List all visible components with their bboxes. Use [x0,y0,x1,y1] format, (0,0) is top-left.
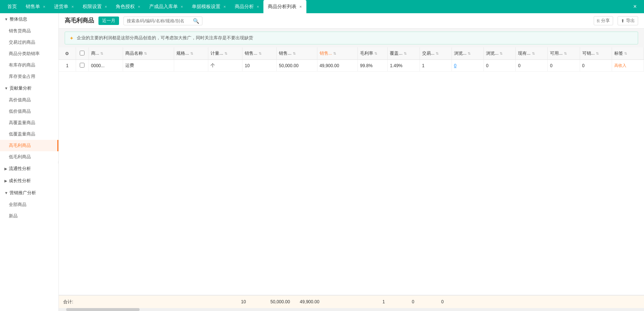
nav-product-analysis-list[interactable]: 商品分析列表 × [263,0,306,13]
sidebar-item-in-stock-goods[interactable]: 有库存的商品 [0,59,58,71]
page-title: 高毛利商品 [65,17,94,25]
sidebar-item-low-margin[interactable]: 低毛利商品 [0,151,58,163]
nav-permission-settings[interactable]: 权限设置 × [78,0,111,13]
chevron-right-icon: ▶ [4,179,7,183]
scrollbar-thumb[interactable] [66,308,140,311]
sidebar-item-high-value[interactable]: 高价值商品 [0,94,58,106]
col-tag[interactable]: 标签 ⇅ [612,47,644,60]
col-browse1[interactable]: 浏览... ⇅ [451,47,483,60]
footer-total-row: 合计: 10 50,000.00 49,900.00 1 0 0 [59,295,644,308]
footer-browse2: 0 [439,298,468,306]
chevron-down-icon: ▼ [4,17,8,21]
close-icon[interactable]: × [181,0,183,13]
footer-sales-cost: 49,900.00 [298,298,327,306]
close-icon[interactable]: × [299,0,302,13]
data-table-wrapper[interactable]: ⚙ 商... ⇅ 商品名称 ⇅ 规格... ⇅ 计量... ⇅ 销售... ⇅ … [59,47,644,295]
cell-available-stock: 0 [548,60,580,72]
chevron-down-icon: ▼ [4,86,8,90]
sidebar-item-traded-goods[interactable]: 交易过的商品 [0,37,58,48]
sidebar-item-new-goods[interactable]: 新品 [0,210,58,222]
table-row: 1 0000... 运费 个 10 50,000.00 49,900.00 99… [59,60,644,72]
close-icon[interactable]: × [223,0,226,13]
sidebar-group-marketing[interactable]: ▼ 营销推广分析 [0,187,58,199]
chevron-right-icon: ▶ [4,167,7,171]
cell-checkbox[interactable] [76,60,89,72]
share-button[interactable]: ⎘ 分享 [594,16,613,25]
row-checkbox[interactable] [80,63,84,68]
info-banner: ✦ 企业的主要的利润都是这部分商品创造的，可考虑加大推广，同时关注库存是不要出现… [65,32,638,44]
close-icon[interactable]: × [257,0,259,13]
cell-current-stock: 0 [516,60,548,72]
col-coverage[interactable]: 覆盖... ⇅ [388,47,420,60]
sidebar-item-category-rate[interactable]: 商品分类助销率 [0,48,58,59]
col-transactions[interactable]: 交易... ⇅ [420,47,451,60]
cell-tag: 高收入 [612,60,644,72]
nav-template-settings[interactable]: 单据模板设置 × [187,0,230,13]
col-sales-qty[interactable]: 销售... ⇅ [242,47,277,60]
export-button[interactable]: ⬆ 导出 [618,16,638,25]
export-icon: ⬆ [621,18,625,23]
cell-name: 运费 [123,60,174,72]
nav-sales-order[interactable]: 销售单 × [21,0,50,13]
sidebar-group-contribution[interactable]: ▼ 贡献量分析 [0,82,58,94]
footer-cells: 10 50,000.00 49,900.00 1 0 0 [81,298,644,306]
sidebar-group-growth[interactable]: ▶ 成长性分析 [0,175,58,187]
sidebar-group-liquidity[interactable]: ▶ 流通性分析 [0,163,58,175]
col-gross-rate[interactable]: 毛利率 ⇅ [358,47,388,60]
col-code[interactable]: 商... ⇅ [89,47,123,60]
select-all-checkbox[interactable] [80,51,84,55]
window-close-button[interactable]: × [629,3,641,10]
content-header: 高毛利商品 近一月 🔍 ⎘ 分享 ⬆ 导出 [59,13,644,29]
cell-browse1[interactable]: 0 [451,60,483,72]
col-current-stock[interactable]: 现有... ⇅ [516,47,548,60]
col-browse2[interactable]: 浏览... ⇅ [483,47,515,60]
nav-purchase-order[interactable]: 进货单 × [50,0,78,13]
nav-product-analysis[interactable]: 商品分析 × [230,0,263,13]
cell-coverage: 1.49% [388,60,420,72]
nav-home[interactable]: 首页 [3,0,21,13]
cell-sales-amount: 50,000.00 [277,60,317,72]
close-icon[interactable]: × [71,0,73,13]
footer-sales-qty: 10 [239,298,268,306]
close-icon[interactable]: × [43,0,45,13]
col-sales-cost[interactable]: 销售... ⇅ [317,47,357,60]
sidebar-group-overall-info[interactable]: ▼ 整体信息 [0,13,58,25]
col-unit[interactable]: 计量... ⇅ [208,47,242,60]
search-box[interactable]: 🔍 [123,17,202,25]
close-icon[interactable]: × [105,0,107,13]
share-icon: ⎘ [597,18,600,23]
content-area: 高毛利商品 近一月 🔍 ⎘ 分享 ⬆ 导出 ✦ 企业的主要的利润都是这部分商品创… [59,13,644,311]
col-name[interactable]: 商品名称 ⇅ [123,47,174,60]
col-spec[interactable]: 规格... ⇅ [174,47,208,60]
col-checkbox[interactable] [76,47,89,60]
sidebar-item-high-coverage[interactable]: 高覆盖量商品 [0,117,58,129]
cell-spec [174,60,208,72]
top-navigation: 首页 销售单 × 进货单 × 权限设置 × 角色授权 × 产成品入库单 × 单据… [0,0,644,13]
sidebar-item-all-goods[interactable]: 全部商品 [0,199,58,210]
cell-unit: 个 [208,60,242,72]
nav-role-auth[interactable]: 角色授权 × [111,0,144,13]
col-sales-amount[interactable]: 销售... ⇅ [277,47,317,60]
sidebar-item-sales-goods[interactable]: 销售货商品 [0,25,58,37]
sidebar-item-low-coverage[interactable]: 低覆盖量商品 [0,129,58,140]
col-available-stock[interactable]: 可用... ⇅ [548,47,580,60]
horizontal-scrollbar[interactable] [59,308,644,311]
search-icon[interactable]: 🔍 [193,18,199,24]
search-input[interactable] [127,18,193,23]
col-settings[interactable]: ⚙ [59,47,76,60]
nav-product-inbound[interactable]: 产成品入库单 × [145,0,187,13]
cell-sales-qty: 10 [242,60,277,72]
cell-sales-cost: 49,900.00 [317,60,357,72]
footer-transactions: 1 [380,298,410,306]
cell-transactions: 1 [420,60,451,72]
footer-sales-amount: 50,000.00 [268,298,298,306]
sidebar-item-inventory-capital[interactable]: 库存资金占用 [0,71,58,82]
close-icon[interactable]: × [138,0,140,13]
info-icon: ✦ [69,35,74,41]
time-filter-button[interactable]: 近一月 [98,17,119,25]
footer-label: 合计: [59,299,81,305]
sidebar-item-high-margin[interactable]: 高毛利商品 [0,140,58,151]
sidebar-item-low-value[interactable]: 低价值商品 [0,106,58,117]
col-sellable-stock[interactable]: 可销... ⇅ [580,47,612,60]
cell-gross-rate: 99.8% [358,60,388,72]
